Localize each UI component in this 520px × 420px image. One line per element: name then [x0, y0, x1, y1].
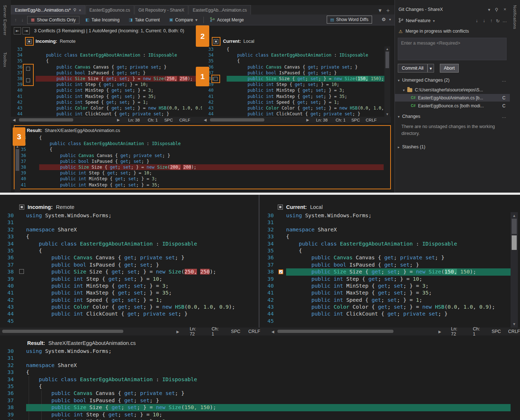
line-number: 41 — [202, 94, 217, 99]
header-checkbox[interactable] — [278, 205, 283, 210]
code-line: 41 public int MaxStep { get; set; } = 35… — [15, 182, 384, 188]
button-label: Show Word Diffs — [336, 17, 368, 22]
fetch-icon[interactable]: ↓ — [476, 18, 478, 23]
current-header-checkbox-highlight — [212, 37, 220, 46]
scroll-left-icon[interactable]: ◀ — [11, 118, 17, 122]
previous-conflict-icon[interactable]: ↑ — [14, 17, 18, 22]
code-line: 37 public bool IsPaused { get; set; } — [11, 70, 202, 76]
header-checkbox[interactable] — [214, 39, 218, 44]
conflict-checkbox[interactable]: ✓ — [278, 269, 283, 274]
header-checkbox[interactable] — [19, 205, 24, 210]
unmerged-changes-header[interactable]: ▾ Unmerged Changes (2) … — [395, 76, 510, 84]
incoming-code-pane: 3334 public class EasterEggAboutAnimatio… — [11, 46, 202, 117]
abort-button[interactable]: Abort — [440, 64, 459, 73]
show-conflicts-only-button[interactable]: ▦ Show Conflicts Only — [27, 16, 79, 24]
tab-eastereggbounce[interactable]: EasterEggBounce.cs — [86, 5, 134, 15]
close-icon[interactable]: × — [79, 8, 81, 12]
spaces-indicator[interactable]: SPC — [164, 118, 173, 122]
header-checkbox[interactable] — [27, 39, 32, 44]
pane-divider — [259, 195, 260, 328]
section-more-icon[interactable]: … — [502, 114, 507, 119]
gear-dropdown-icon[interactable]: ▾ — [389, 17, 391, 21]
annotation-badge-3: 3 — [13, 127, 25, 146]
push-icon[interactable]: ↑ — [490, 18, 492, 23]
line-ending-indicator[interactable]: CRLF — [508, 329, 520, 334]
branch-selector[interactable]: NewFeature — [406, 18, 430, 23]
sidebar-item-server-explorer[interactable]: Server Explorer — [3, 4, 7, 37]
result-pane-vscrollbar[interactable]: ▲ — [15, 144, 20, 198]
current-pane-vscrollbar[interactable]: ▲ ▼ — [511, 212, 518, 328]
scroll-left-icon[interactable]: ◀ — [202, 118, 209, 122]
sidebar-item-toolbox[interactable]: Toolbox — [3, 51, 7, 69]
current-pane-header: Current: Local — [202, 36, 391, 46]
goto-next-diff-icon[interactable]: ⇥ — [22, 27, 30, 34]
sidebar-item-notifications[interactable]: Notifications — [513, 4, 517, 30]
line-ending-indicator[interactable]: CRLF — [179, 118, 190, 122]
scroll-left-icon[interactable]: ◀ — [269, 330, 276, 334]
scroll-right-icon[interactable]: ▶ — [174, 330, 181, 334]
incoming-conflict-checkboxes-highlight — [23, 64, 34, 86]
close-icon[interactable]: × — [504, 7, 506, 12]
unmerged-file-row[interactable]: C# EasterEggBounce.cs [both modi... C — [395, 102, 510, 110]
column-indicator: Ch: 1 — [212, 326, 223, 337]
current-pane-vscrollbar[interactable]: ▲ ▼ — [384, 46, 390, 117]
line-ending-indicator[interactable]: CRLF — [248, 329, 260, 334]
document-list-dropdown-icon[interactable]: ▾ — [379, 7, 381, 15]
pin-icon[interactable]: ⚲ — [73, 8, 76, 12]
code-line: 35 { — [15, 147, 384, 152]
unmerged-file-row[interactable]: C# EasterEggAboutAnimation.cs [b... C — [395, 94, 510, 102]
accept-merge-button[interactable]: Accept Merge — [207, 16, 247, 24]
take-incoming-button[interactable]: ◧ Take Incoming — [82, 16, 123, 24]
commit-all-dropdown[interactable]: ▾ — [428, 64, 434, 73]
line-number: 35 — [11, 58, 26, 64]
conflict-checkbox[interactable] — [19, 269, 24, 274]
line-number: 44 — [11, 111, 26, 117]
scroll-right-icon[interactable]: ▶ — [437, 330, 443, 334]
more-actions-icon[interactable]: … — [503, 18, 507, 23]
section-expanded-icon: ▾ — [398, 78, 400, 82]
compare-button[interactable]: ▣ Compare ▾ — [166, 16, 201, 24]
float-window-icon[interactable]: ＋ — [385, 7, 391, 15]
code-line: 41 public int MaxStep { get; set; } = 35… — [0, 289, 259, 296]
code-line: 33{ — [15, 135, 384, 141]
h-scrollbar[interactable] — [17, 117, 115, 123]
panel-dropdown-icon[interactable]: ▾ — [488, 7, 490, 12]
next-conflict-icon[interactable]: ↓ — [21, 17, 25, 22]
spaces-indicator[interactable]: SPC — [492, 329, 501, 334]
tab-easteregg-animation-active[interactable]: EasterEggAb...Animation.cs* ⚲ × — [11, 5, 85, 15]
scroll-right-icon[interactable]: ▶ — [115, 118, 122, 122]
scroll-right-icon[interactable]: ▶ — [305, 118, 311, 122]
commit-all-button[interactable]: Commit All — [398, 64, 428, 73]
pull-icon[interactable]: ↓ — [483, 18, 485, 23]
h-scrollbar[interactable] — [0, 328, 174, 335]
line-number: 32 — [0, 362, 17, 369]
tab-easteregg-animation-2[interactable]: EasterEggAb...Animation.cs — [189, 5, 251, 15]
tab-git-repository[interactable]: Git Repository - ShareX — [135, 5, 189, 15]
line-number: 42 — [0, 297, 17, 304]
conflict-checkbox[interactable] — [26, 67, 30, 71]
branch-dropdown-icon[interactable]: ▾ — [433, 19, 435, 23]
merge-warning-text: Merge in progress with conflicts — [405, 29, 469, 34]
show-word-diffs-button[interactable]: ▤ Show Word Diffs — [327, 16, 372, 24]
spaces-indicator[interactable]: SPC — [231, 329, 240, 334]
code-line: 40 public int MinStep { get; set; } = 3; — [15, 176, 384, 182]
changes-header[interactable]: ▾ Changes … — [395, 112, 510, 120]
section-more-icon[interactable]: … — [502, 78, 507, 83]
stashes-header[interactable]: ▸ Stashes (1) — [395, 143, 510, 151]
commit-message-input[interactable] — [398, 38, 507, 60]
spaces-indicator[interactable]: SPC — [351, 118, 360, 122]
conflict-checkbox[interactable] — [214, 77, 218, 81]
line-ending-indicator[interactable]: CRLF — [366, 118, 377, 122]
repo-folder-row[interactable]: ▾ C:\Users\tagherfa\source\repos\S... — [395, 86, 510, 94]
h-scrollbar[interactable] — [209, 117, 305, 123]
sync-icon[interactable]: ↻ — [496, 18, 500, 24]
take-current-button[interactable]: ◨ Take Current — [126, 16, 163, 24]
pin-icon[interactable]: ⚲ — [495, 7, 498, 12]
code-line: 42 public int Speed { get; set; } = 1; — [260, 297, 511, 304]
screenshot-root: { "colors": { "accent_orange": "#e8811c"… — [0, 0, 520, 420]
goto-prev-diff-icon[interactable]: ⇤ — [14, 27, 21, 34]
h-scrollbar[interactable] — [276, 328, 437, 335]
conflict-checkbox[interactable] — [26, 78, 30, 82]
gear-icon[interactable]: ⚙ — [381, 17, 386, 22]
status-badge: C — [502, 95, 505, 100]
